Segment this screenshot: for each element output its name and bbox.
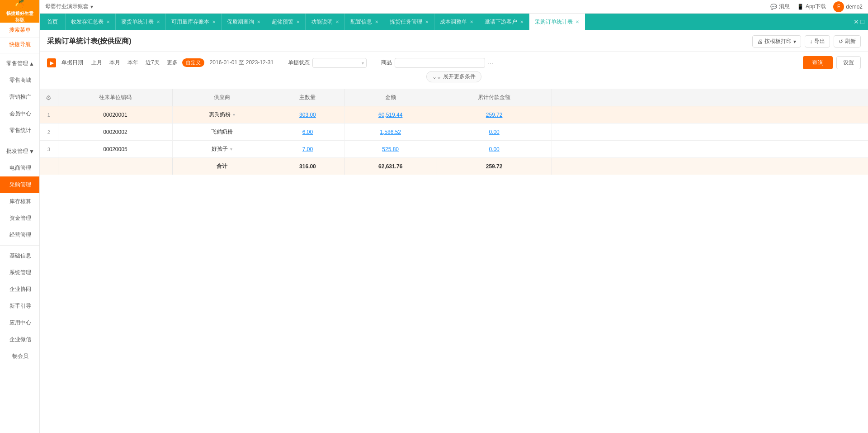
sidebar-item-ecommerce[interactable]: 电商管理 bbox=[0, 160, 39, 176]
sidebar-item-wholesale[interactable]: 批发管理 ▼ bbox=[0, 143, 39, 160]
supplier-dropdown-arrow-1[interactable]: ▾ bbox=[233, 112, 235, 117]
template-print-btn[interactable]: 🖨 按模板打印 ▾ bbox=[752, 35, 801, 48]
expand-conditions-btn[interactable]: ⌄⌄ 展开更多条件 bbox=[426, 71, 481, 82]
query-btn[interactable]: 查询 bbox=[803, 56, 833, 69]
refresh-btn[interactable]: ↺ 刷新 bbox=[834, 35, 861, 48]
sidebar-item-enterprise-wx[interactable]: 企业微信 bbox=[0, 331, 39, 348]
cell-amount-1[interactable]: 60,519.44 bbox=[344, 106, 437, 124]
tab-expiry[interactable]: 保质期查询 ✕ bbox=[222, 14, 266, 30]
tab-pick-task[interactable]: 拣货任务管理 ✕ bbox=[384, 14, 434, 30]
shortcut-7days[interactable]: 近7天 bbox=[143, 58, 162, 67]
tab-invite-close[interactable]: ✕ bbox=[520, 19, 524, 24]
tab-function-close[interactable]: ✕ bbox=[335, 19, 339, 24]
workspace-selector[interactable]: 母婴行业演示账套 ▾ bbox=[45, 3, 767, 10]
custom-date-badge[interactable]: 自定义 bbox=[182, 58, 204, 67]
sidebar-item-new-guide[interactable]: 新手引导 bbox=[0, 298, 39, 314]
sidebar-item-vip[interactable]: 畅会员 bbox=[0, 348, 39, 365]
message-btn[interactable]: 💬 消息 bbox=[770, 3, 790, 10]
shortcut-this-year[interactable]: 本年 bbox=[125, 58, 141, 67]
app-download-btn[interactable]: 📱 App下载 bbox=[797, 3, 826, 10]
tab-overstock[interactable]: 超储预警 ✕ bbox=[266, 14, 306, 30]
export-btn[interactable]: ↓ 导出 bbox=[805, 35, 830, 48]
sidebar-item-purchase[interactable]: 采购管理 bbox=[0, 176, 39, 193]
cell-num-2: 2 bbox=[40, 124, 58, 141]
sidebar-item-member[interactable]: 会员中心 bbox=[0, 105, 39, 122]
sidebar-item-retail-stat[interactable]: 零售统计 bbox=[0, 122, 39, 139]
tab-config[interactable]: 配置信息 ✕ bbox=[345, 14, 384, 30]
tab-available-label: 可用量库存账本 bbox=[171, 18, 209, 26]
app-logo: 🍊 畅捷通好生意 标版 bbox=[0, 0, 39, 23]
shortcut-this-month[interactable]: 本月 bbox=[107, 58, 123, 67]
tab-purchase-stat[interactable]: 采购订单统计表 ✕ bbox=[529, 14, 585, 30]
sidebar-item-retail-mall[interactable]: 零售商城 bbox=[0, 72, 39, 89]
tab-invite[interactable]: 邀请下游客户 ✕ bbox=[479, 14, 529, 30]
cell-paid-3[interactable]: 0.00 bbox=[437, 141, 552, 158]
sidebar-item-enterprise[interactable]: 企业协同 bbox=[0, 281, 39, 298]
settings-icon[interactable]: ⚙ bbox=[46, 94, 52, 101]
filter-row-1: ▶ 单据日期 上月 本月 本年 近7天 更多 自定义 2016-01-01 至 … bbox=[47, 56, 861, 69]
logo-icon: 🍊 bbox=[14, 0, 25, 10]
status-select[interactable] bbox=[312, 58, 367, 68]
tab-home[interactable]: 首页 bbox=[40, 14, 66, 30]
refresh-label: 刷新 bbox=[845, 38, 856, 45]
table-row: 1 00020001 惠氏奶粉 ▾ 303.00 60,519.44 259.7… bbox=[40, 106, 868, 124]
tab-requisition[interactable]: 要货单统计表 ✕ bbox=[116, 14, 166, 30]
tab-requisition-label: 要货单统计表 bbox=[121, 18, 154, 26]
tab-purchase-stat-close[interactable]: ✕ bbox=[576, 19, 579, 24]
page-inner: 采购订单统计表(按供应商) 🖨 按模板打印 ▾ ↓ 导出 ↺ 刷新 bbox=[40, 30, 868, 433]
cell-quantity-2[interactable]: 6.00 bbox=[271, 124, 344, 141]
tab-receive[interactable]: 收发存汇总表 ✕ bbox=[66, 14, 116, 30]
sidebar-item-finance[interactable]: 资金管理 bbox=[0, 210, 39, 227]
page-header: 采购订单统计表(按供应商) 🖨 按模板打印 ▾ ↓ 导出 ↺ 刷新 bbox=[40, 30, 868, 52]
avatar: E bbox=[833, 1, 844, 12]
home-tab-label: 首页 bbox=[47, 18, 58, 26]
supplier-dropdown-arrow-3[interactable]: ▾ bbox=[230, 147, 232, 152]
tab-pick-task-close[interactable]: ✕ bbox=[425, 19, 429, 24]
tab-cost-adjust-close[interactable]: ✕ bbox=[470, 19, 473, 24]
page-title: 采购订单统计表(按供应商) bbox=[47, 37, 132, 46]
tab-cost-adjust[interactable]: 成本调整单 ✕ bbox=[434, 14, 479, 30]
col-paid: 累计付款金额 bbox=[437, 89, 552, 106]
export-label: 导出 bbox=[814, 38, 825, 45]
tab-receive-close[interactable]: ✕ bbox=[106, 19, 110, 24]
tab-available[interactable]: 可用量库存账本 ✕ bbox=[166, 14, 222, 30]
workspace-arrow-icon: ▾ bbox=[90, 4, 93, 10]
template-print-label: 按模板打印 bbox=[764, 38, 792, 45]
shortcut-last-month[interactable]: 上月 bbox=[89, 58, 105, 67]
tab-receive-label: 收发存汇总表 bbox=[71, 18, 104, 26]
message-icon: 💬 bbox=[770, 4, 777, 10]
shortcut-more[interactable]: 更多 bbox=[164, 58, 180, 67]
sidebar-item-quick-nav[interactable]: 快捷导航 bbox=[0, 38, 39, 51]
tab-requisition-close[interactable]: ✕ bbox=[156, 19, 160, 24]
tab-config-close[interactable]: ✕ bbox=[375, 19, 378, 24]
filter-toggle-btn[interactable]: ▶ bbox=[47, 58, 56, 67]
goods-search-ellipsis[interactable]: ··· bbox=[488, 59, 493, 67]
tab-overstock-label: 超储预警 bbox=[272, 18, 293, 26]
tab-expiry-close[interactable]: ✕ bbox=[257, 19, 260, 24]
settings-btn[interactable]: 设置 bbox=[836, 56, 861, 69]
goods-input[interactable] bbox=[395, 58, 485, 68]
tab-overstock-close[interactable]: ✕ bbox=[296, 19, 300, 24]
col-settings[interactable]: ⚙ bbox=[40, 89, 58, 106]
sidebar-item-sys-mgmt[interactable]: 系统管理 bbox=[0, 264, 39, 281]
cell-quantity-1[interactable]: 303.00 bbox=[271, 106, 344, 124]
cell-paid-2[interactable]: 0.00 bbox=[437, 124, 552, 141]
cell-amount-2[interactable]: 1,586.52 bbox=[344, 124, 437, 141]
sidebar-item-basic-info[interactable]: 基础信息 bbox=[0, 247, 39, 264]
sidebar-item-search[interactable]: 搜索菜单 bbox=[0, 23, 39, 38]
cell-amount-3[interactable]: 525.80 bbox=[344, 141, 437, 158]
cell-quantity-3[interactable]: 7.00 bbox=[271, 141, 344, 158]
sidebar-item-inventory[interactable]: 库存核算 bbox=[0, 193, 39, 210]
sidebar-item-retail-mgmt[interactable]: 零售管理 ▲ bbox=[0, 55, 39, 72]
sidebar-item-marketing[interactable]: 营销推广 bbox=[0, 89, 39, 105]
col-supplier: 供应商 bbox=[173, 89, 271, 106]
cell-paid-1[interactable]: 259.72 bbox=[437, 106, 552, 124]
tab-available-close[interactable]: ✕ bbox=[212, 19, 216, 24]
sidebar-item-app-center[interactable]: 应用中心 bbox=[0, 314, 39, 331]
goods-filter-label: 商品 bbox=[381, 59, 392, 67]
tab-function[interactable]: 功能说明 ✕ bbox=[306, 14, 345, 30]
sidebar-item-operation[interactable]: 经营管理 bbox=[0, 227, 39, 243]
user-profile[interactable]: E demo2 bbox=[833, 1, 863, 12]
window-max-icon[interactable]: □ bbox=[861, 18, 864, 25]
window-close-icon[interactable]: ✕ bbox=[854, 18, 859, 25]
